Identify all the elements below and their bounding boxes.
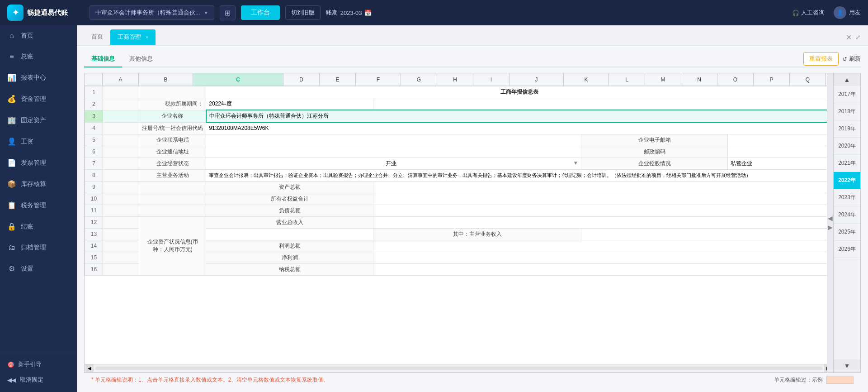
sidebar-item-home[interactable]: ⌂ 首页 (0, 25, 77, 46)
consult-button[interactable]: 🎧 人工咨询 (792, 9, 825, 17)
sidebar-item-closing[interactable]: 🔒 结账 (0, 216, 77, 237)
cell-8b[interactable]: 主营业务活动 (139, 169, 206, 181)
cell-11c[interactable]: 负债总额 (206, 205, 373, 216)
spreadsheet-body[interactable]: 1 工商年报信息表 2 税款所属期间： 2022年度 (85, 86, 833, 364)
h-scroll-left-btn[interactable]: ◀ (85, 364, 94, 373)
workbench-button[interactable]: 工作台 (241, 5, 280, 20)
sub-tab-other[interactable]: 其他信息 (122, 51, 160, 67)
cell-3b[interactable]: 企业名称 (139, 110, 206, 122)
year-item-2019[interactable]: 2019年 (834, 120, 860, 138)
cell-9c[interactable]: 资产总额 (206, 181, 373, 193)
cell-7k[interactable]: 私营企业 (728, 158, 833, 169)
calendar-icon[interactable]: 📅 (364, 10, 372, 16)
cell-5j[interactable]: 企业电子邮箱 (581, 134, 728, 146)
cell-13g[interactable] (581, 228, 833, 240)
cell-1a[interactable] (103, 86, 139, 98)
cell-2a[interactable] (103, 98, 139, 110)
h-scroll-track[interactable] (95, 367, 822, 370)
sidebar-item-assets[interactable]: 🏢 固定资产 (0, 110, 77, 131)
cell-15a[interactable] (103, 252, 139, 263)
cell-14a[interactable] (103, 240, 139, 252)
tab-close-button[interactable]: × (146, 34, 148, 40)
user-menu[interactable]: 👤 用友 (834, 6, 861, 19)
cell-14d[interactable] (373, 240, 833, 252)
cell-2d[interactable] (373, 98, 833, 110)
year-item-2024[interactable]: 2024年 (834, 206, 860, 224)
sidebar-item-finance[interactable]: 💰 资金管理 (0, 88, 77, 110)
cell-8c[interactable]: 审查企业会计报表；出具审计报告；验证企业资本；出具验资报告；办理企业合并、分立、… (206, 169, 833, 181)
cell-12b[interactable]: 企业资产状况信息(币种：人民币万元) (139, 216, 206, 275)
cell-1b[interactable] (139, 86, 206, 98)
sidebar-item-tax[interactable]: 📋 税务管理 (0, 195, 77, 216)
cell-10a[interactable] (103, 193, 139, 205)
year-item-2022[interactable]: 2022年 (834, 172, 860, 189)
cell-9a[interactable] (103, 181, 139, 193)
cell-6k[interactable] (728, 146, 833, 158)
cell-3a[interactable] (103, 110, 139, 122)
year-item-2026[interactable]: 2026年 (834, 241, 860, 258)
sidebar-item-inventory[interactable]: 📦 库存核算 (0, 173, 77, 195)
company-selector[interactable]: 中审众环会计师事务所（特殊普通合伙... ▼ (90, 5, 214, 20)
unpin-item[interactable]: ◀◀ 取消固定 (0, 372, 77, 387)
cell-7j[interactable]: 企业控股情况 (581, 158, 728, 169)
h-scrollbar[interactable]: ◀ ▶ (85, 364, 833, 372)
cell-13c[interactable] (206, 228, 373, 240)
cell-4a[interactable] (103, 122, 139, 134)
cell-16a[interactable] (103, 263, 139, 275)
cell-8a[interactable] (103, 169, 139, 181)
cell-14c[interactable]: 利润总额 (206, 240, 373, 252)
year-item-2025[interactable]: 2025年 (834, 224, 860, 241)
cell-13a[interactable] (103, 228, 139, 240)
sub-tab-basic[interactable]: 基础信息 (84, 51, 122, 67)
tab-home[interactable]: 首页 (84, 29, 110, 45)
right-panel-resize[interactable]: ◀ ▶ (827, 73, 833, 372)
cell-2b[interactable]: 税款所属期间： (139, 98, 206, 110)
year-nav-up-btn[interactable]: ▲ (834, 73, 860, 86)
cell-12d[interactable] (373, 216, 833, 228)
cell-13e[interactable]: 其中：主营业务收入 (373, 228, 581, 240)
sidebar-item-invoice[interactable]: 📄 发票管理 (0, 152, 77, 173)
cell-7c[interactable]: 开业 ▼ (206, 158, 581, 169)
sidebar-item-salary[interactable]: 👤 工资 (0, 131, 77, 152)
cell-15c[interactable]: 净利润 (206, 252, 373, 263)
cell-3c[interactable]: 中审众环会计师事务所（特殊普通合伙）江苏分所 (206, 110, 833, 122)
cell-5b[interactable]: 企业联系电话 (139, 134, 206, 146)
sidebar-item-archive[interactable]: 🗂 归档管理 (0, 237, 77, 258)
cell-5c[interactable] (206, 134, 581, 146)
cell-2c[interactable]: 2022年度 (206, 98, 373, 110)
cell-6a[interactable] (103, 146, 139, 158)
window-expand-button[interactable]: ⤢ (855, 33, 861, 41)
old-version-button[interactable]: 切到旧版 (285, 5, 321, 20)
cell-6c[interactable] (206, 146, 581, 158)
refresh-button[interactable]: ↺ 刷新 (842, 55, 861, 63)
cell-1-title[interactable]: 工商年报信息表 (206, 86, 833, 98)
copy-button[interactable]: ⊞ (220, 5, 236, 20)
cell-12a[interactable] (103, 216, 139, 228)
cell-16d[interactable] (373, 263, 833, 275)
cell-11a[interactable] (103, 205, 139, 216)
cell-10b[interactable] (139, 193, 206, 205)
year-item-2020[interactable]: 2020年 (834, 138, 860, 155)
sidebar-item-settings[interactable]: ⚙ 设置 (0, 258, 77, 279)
year-item-2021[interactable]: 2021年 (834, 155, 860, 172)
year-item-2017[interactable]: 2017年 (834, 86, 860, 103)
cell-9d[interactable] (373, 181, 833, 193)
cell-6j[interactable]: 邮政编码 (581, 146, 728, 158)
cell-10d[interactable] (373, 193, 833, 205)
cell-7b[interactable]: 企业经营状态 (139, 158, 206, 169)
sidebar-item-ledger[interactable]: ≡ 总账 (0, 46, 77, 67)
sidebar-item-reports[interactable]: 📊 报表中心 (0, 67, 77, 88)
cell-16c[interactable]: 纳税总额 (206, 263, 373, 275)
tab-industry[interactable]: 工商管理 × (110, 29, 156, 45)
cell-6b[interactable]: 企业通信地址 (139, 146, 206, 158)
cell-12c[interactable]: 营业总收入 (206, 216, 373, 228)
cell-5a[interactable] (103, 134, 139, 146)
year-item-2018[interactable]: 2018年 (834, 103, 860, 120)
reset-report-button[interactable]: 重置报表 (803, 52, 839, 66)
cell-9b[interactable] (139, 181, 206, 193)
cell-11d[interactable] (373, 205, 833, 216)
year-item-2023[interactable]: 2023年 (834, 189, 860, 206)
cell-5k[interactable] (728, 134, 833, 146)
cell-4c[interactable]: 91320100MA208E5W6K (206, 122, 833, 134)
new-guide-item[interactable]: 🎯 新手引导 (0, 357, 77, 372)
